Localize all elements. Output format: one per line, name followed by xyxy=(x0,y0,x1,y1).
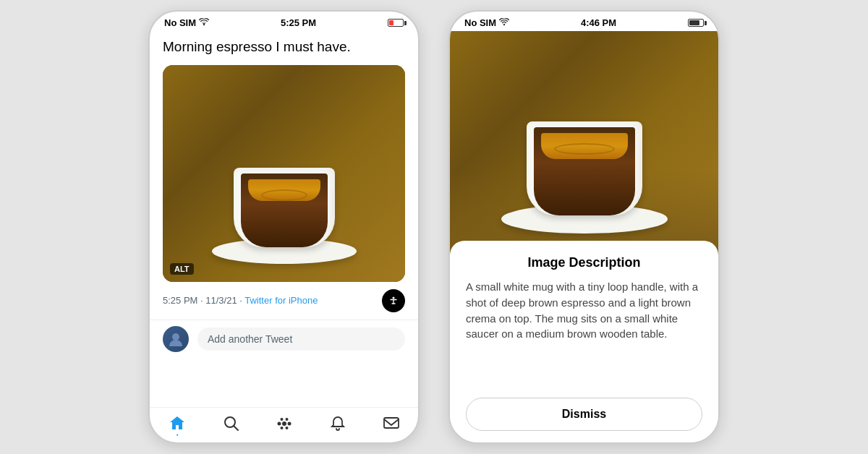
tweet-content: Morning espresso I must have. ALT 5:25 P… xyxy=(150,31,418,407)
alt-badge[interactable]: ALT xyxy=(170,263,194,275)
left-phone: No SIM 5:25 PM Morning espresso I must h… xyxy=(148,10,420,444)
tweet-image[interactable]: ALT xyxy=(163,65,405,282)
crema-ring-right xyxy=(554,143,615,155)
reply-row: Add another Tweet xyxy=(150,320,418,358)
tweet-text: Morning espresso I must have. xyxy=(150,31,418,65)
image-desc-wrapper: Image Description A small white mug with… xyxy=(450,255,718,442)
svg-point-10 xyxy=(281,427,284,429)
tweet-datetime: 5:25 PM · 11/3/21 · Twitter for iPhone xyxy=(163,295,318,306)
right-phone: No SIM 4:46 PM xyxy=(448,10,720,444)
status-bar-right: No SIM 4:46 PM xyxy=(450,12,718,31)
battery-icon-right xyxy=(688,19,704,27)
svg-point-5 xyxy=(282,421,286,426)
crema-ring xyxy=(261,189,307,201)
svg-point-1 xyxy=(393,296,395,299)
accessibility-button[interactable] xyxy=(382,289,405,312)
nav-home[interactable] xyxy=(169,415,186,432)
coffee-illustration-right xyxy=(450,31,718,255)
cup-interior-right xyxy=(534,127,635,215)
nav-messages[interactable] xyxy=(383,416,399,432)
image-desc-text: A small white mug with a tiny loop handl… xyxy=(466,279,702,389)
status-right-right xyxy=(688,19,704,27)
svg-line-4 xyxy=(234,426,238,430)
dismiss-button[interactable]: Dismiss xyxy=(466,398,702,431)
image-desc-title: Image Description xyxy=(466,255,702,270)
status-time-right: 4:46 PM xyxy=(581,17,616,28)
crema-right xyxy=(541,133,628,159)
nav-spaces[interactable] xyxy=(276,416,292,432)
coffee-photo xyxy=(163,65,405,282)
cup-interior xyxy=(241,174,328,247)
svg-point-11 xyxy=(286,427,289,429)
wifi-icon-right xyxy=(499,17,509,28)
status-time-left: 5:25 PM xyxy=(281,17,316,28)
svg-point-8 xyxy=(281,418,284,421)
svg-rect-12 xyxy=(384,418,399,428)
nav-search[interactable] xyxy=(224,416,239,432)
svg-point-2 xyxy=(172,333,179,340)
add-tweet-input[interactable]: Add another Tweet xyxy=(197,327,405,351)
status-right-left xyxy=(388,19,404,27)
status-left-right: No SIM xyxy=(464,17,509,28)
svg-point-6 xyxy=(278,422,281,426)
svg-point-9 xyxy=(286,418,289,421)
cup-handle-right xyxy=(641,143,642,179)
no-sim-label-right: No SIM xyxy=(464,17,496,28)
right-phone-image xyxy=(450,31,718,255)
wifi-icon xyxy=(199,17,209,28)
bottom-nav xyxy=(150,407,418,442)
user-avatar xyxy=(163,326,189,352)
nav-notifications[interactable] xyxy=(330,416,346,432)
svg-point-7 xyxy=(288,422,292,426)
cup-right xyxy=(527,121,642,215)
svg-point-13 xyxy=(503,24,505,25)
tweet-meta: 5:25 PM · 11/3/21 · Twitter for iPhone xyxy=(150,282,418,320)
image-description-panel: Image Description A small white mug with… xyxy=(450,241,718,442)
status-bar-left: No SIM 5:25 PM xyxy=(150,12,418,31)
no-sim-label: No SIM xyxy=(164,17,196,28)
battery-icon-left xyxy=(388,19,404,27)
crema xyxy=(248,179,320,201)
cup-handle xyxy=(333,189,335,218)
svg-point-0 xyxy=(203,24,205,25)
status-left: No SIM xyxy=(164,17,209,28)
cup xyxy=(234,168,335,247)
